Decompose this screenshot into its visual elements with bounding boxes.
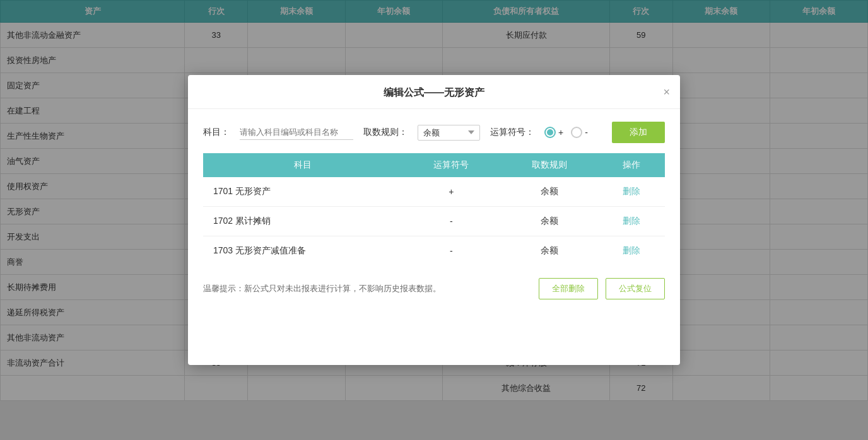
form-row: 科目： 取数规则： 余额 借方 贷方 借方发生额 贷方发生额 运算符号： + <box>188 109 680 153</box>
radio-plus-circle <box>544 127 556 138</box>
delete-all-button[interactable]: 全部删除 <box>539 278 598 299</box>
row2-action: 删除 <box>598 207 665 236</box>
row1-action: 删除 <box>598 177 665 207</box>
modal-close-button[interactable]: × <box>663 86 670 98</box>
subject-label: 科目： <box>203 127 230 138</box>
table-header-row: 科目 运算符号 取数规则 操作 <box>203 153 665 177</box>
modal-footer: 温馨提示：新公式只对未出报表进行计算，不影响历史报表数据。 全部删除 公式复位 <box>188 265 680 299</box>
rule-label: 取数规则： <box>363 127 408 138</box>
row2-delete-link[interactable]: 删除 <box>623 216 640 226</box>
row1-delete-link[interactable]: 删除 <box>623 186 640 196</box>
th-subject: 科目 <box>203 153 402 177</box>
edit-formula-modal: 编辑公式——无形资产 × 科目： 取数规则： 余额 借方 贷方 借方发生额 贷方… <box>188 75 680 365</box>
table-row: 1703 无形资产减值准备 - 余额 删除 <box>203 236 665 266</box>
row3-subject: 1703 无形资产减值准备 <box>203 236 402 266</box>
th-action: 操作 <box>598 153 665 177</box>
operator-radio-group: + - <box>544 127 588 138</box>
hint-text: 温馨提示：新公式只对未出报表进行计算，不影响历史报表数据。 <box>203 283 441 294</box>
rule-select-wrap: 余额 借方 贷方 借方发生额 贷方发生额 <box>418 125 480 141</box>
row3-action: 删除 <box>598 236 665 266</box>
radio-plus-label: + <box>558 127 563 137</box>
modal-header: 编辑公式——无形资产 × <box>188 75 680 109</box>
radio-minus-circle <box>571 127 582 138</box>
reset-formula-button[interactable]: 公式复位 <box>606 278 665 299</box>
row1-subject: 1701 无形资产 <box>203 177 402 207</box>
modal-title: 编辑公式——无形资产 <box>384 86 484 100</box>
row3-rule: 余额 <box>500 236 598 266</box>
row2-rule: 余额 <box>500 207 598 236</box>
row3-delete-link[interactable]: 删除 <box>623 245 640 255</box>
operator-label: 运算符号： <box>490 127 534 138</box>
modal-overlay: 编辑公式——无形资产 × 科目： 取数规则： 余额 借方 贷方 借方发生额 贷方… <box>0 0 868 440</box>
th-rule: 取数规则 <box>500 153 598 177</box>
footer-buttons: 全部删除 公式复位 <box>539 278 665 299</box>
row2-operator: - <box>402 207 500 236</box>
th-operator: 运算符号 <box>402 153 500 177</box>
formula-table: 科目 运算符号 取数规则 操作 1701 无形资产 + 余额 删除 1702 累… <box>203 153 665 265</box>
radio-minus-label: - <box>585 127 588 137</box>
radio-minus[interactable]: - <box>571 127 588 138</box>
row2-subject: 1702 累计摊销 <box>203 207 402 236</box>
rule-select[interactable]: 余额 借方 贷方 借方发生额 贷方发生额 <box>418 125 480 141</box>
row1-operator: + <box>402 177 500 207</box>
radio-plus[interactable]: + <box>544 127 563 138</box>
row1-rule: 余额 <box>500 177 598 207</box>
table-row: 1702 累计摊销 - 余额 删除 <box>203 207 665 236</box>
row3-operator: - <box>402 236 500 266</box>
add-button[interactable]: 添加 <box>612 122 665 143</box>
subject-input[interactable] <box>240 125 353 140</box>
table-row: 1701 无形资产 + 余额 删除 <box>203 177 665 207</box>
